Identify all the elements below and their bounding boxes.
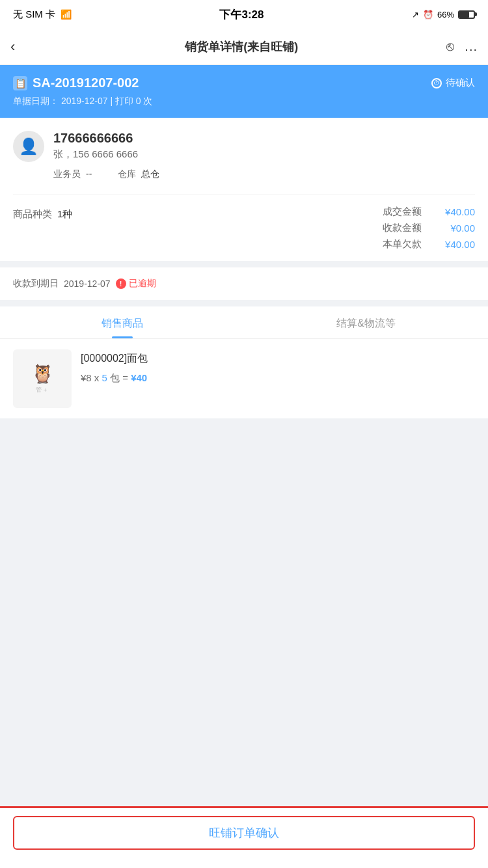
product-price: ¥8 x 5 包 = ¥40	[81, 372, 475, 385]
product-quantity: 5	[102, 372, 107, 383]
price-multiply: x	[94, 372, 102, 383]
transaction-value: ¥40.00	[429, 206, 475, 217]
due-date-card: 收款到期日 2019-12-07 ! 已逾期	[0, 267, 488, 300]
tab-goods[interactable]: 销售商品	[0, 306, 244, 338]
summary-row-owed: 本单欠款 ¥40.00	[383, 238, 475, 251]
table-row: 🦉 管＋ [0000002]面包 ¥8 x 5 包 = ¥40	[0, 339, 488, 418]
product-info: [0000002]面包 ¥8 x 5 包 = ¥40	[81, 349, 475, 385]
sales-value: --	[86, 169, 92, 180]
transaction-label: 成交金额	[383, 206, 422, 218]
confirm-order-button[interactable]: 旺铺订单确认	[13, 816, 475, 850]
status-bar: 无 SIM 卡 📶 下午3:28 ↗ ⏰ 66%	[0, 0, 488, 29]
product-thumbnail: 🦉 管＋	[13, 349, 72, 408]
customer-card: 👤 17666666666 张，156 6666 6666 业务员 -- 仓库 …	[0, 118, 488, 261]
battery-fill	[459, 12, 469, 18]
due-date-label: 收款到期日	[13, 278, 59, 290]
customer-section: 👤 17666666666 张，156 6666 6666 业务员 -- 仓库 …	[0, 118, 488, 193]
overdue-badge: ! 已逾期	[116, 278, 156, 290]
summary-right: 成交金额 ¥40.00 收款金额 ¥0.00 本单欠款 ¥40.00	[383, 206, 475, 251]
type-label: 商品种类	[13, 208, 52, 221]
unit-text: 包	[110, 372, 120, 383]
more-button[interactable]: ...	[465, 39, 478, 54]
tab-container: 销售商品 结算&物流等 🦉 管＋ [0000002]面包 ¥8 x 5 包	[0, 306, 488, 418]
equals-sign: =	[122, 372, 131, 383]
sales-label: 业务员	[53, 169, 81, 180]
page-title: 销货单详情(来自旺铺)	[36, 39, 446, 55]
customer-name: 张，156 6666 6666	[53, 148, 475, 161]
order-header: 📋 SA-20191207-002 ⏱ 待确认 单据日期： 2019-12-07…	[0, 65, 488, 118]
status-left: 无 SIM 卡 📶	[13, 8, 72, 21]
overdue-icon: !	[116, 278, 126, 289]
customer-info: 17666666666 张，156 6666 6666 业务员 -- 仓库 总仓	[53, 131, 475, 180]
order-number-icon: 📋	[13, 76, 27, 90]
due-date-value: 2019-12-07	[64, 278, 111, 289]
bottom-spacer	[0, 425, 488, 529]
order-number: 📋 SA-20191207-002	[13, 75, 139, 90]
warehouse-meta: 仓库 总仓	[118, 169, 159, 180]
price-value: ¥8	[81, 372, 92, 383]
nav-actions: ⎋ ...	[446, 39, 478, 54]
warehouse-label: 仓库	[118, 169, 136, 180]
order-header-top: 📋 SA-20191207-002 ⏱ 待确认	[13, 75, 475, 90]
status-clock-icon: ⏱	[431, 78, 442, 88]
status-text: 待确认	[446, 77, 475, 89]
wifi-icon: 📶	[61, 9, 72, 20]
status-right: ↗ ⏰ 66%	[412, 10, 475, 20]
avatar: 👤	[13, 131, 44, 162]
customer-meta: 业务员 -- 仓库 总仓	[53, 169, 475, 180]
avatar-icon: 👤	[19, 137, 38, 156]
owed-label: 本单欠款	[383, 238, 422, 251]
carrier-text: 无 SIM 卡	[13, 8, 55, 21]
product-name: [0000002]面包	[81, 352, 475, 366]
received-label: 收款金额	[383, 222, 422, 234]
share-button[interactable]: ⎋	[446, 39, 454, 54]
product-total: ¥40	[131, 372, 147, 383]
order-status: ⏱ 待确认	[431, 77, 475, 89]
overdue-text: 已逾期	[129, 278, 156, 290]
battery-icon	[458, 10, 475, 19]
summary-row-received: 收款金额 ¥0.00	[383, 222, 475, 234]
brand-text: 管＋	[36, 386, 49, 394]
tab-section: 销售商品 结算&物流等	[0, 306, 488, 339]
type-value: 1种	[57, 208, 72, 221]
warehouse-value: 总仓	[141, 169, 159, 180]
summary-section: 商品种类 1种 成交金额 ¥40.00 收款金额 ¥0.00 本单欠款 ¥40.…	[0, 195, 488, 261]
owl-icon: 🦉	[31, 363, 54, 385]
alarm-icon: ⏰	[423, 10, 433, 20]
product-thumb-inner: 🦉 管＋	[31, 363, 54, 394]
received-value: ¥0.00	[429, 223, 475, 234]
due-date-section: 收款到期日 2019-12-07 ! 已逾期	[0, 267, 488, 300]
tab-settlement[interactable]: 结算&物流等	[244, 306, 488, 338]
customer-phone: 17666666666	[53, 131, 475, 146]
summary-row-transaction: 成交金额 ¥40.00	[383, 206, 475, 218]
location-icon: ↗	[412, 10, 419, 20]
owed-value: ¥40.00	[429, 239, 475, 250]
back-button[interactable]: ‹	[10, 38, 36, 55]
order-date: 单据日期： 2019-12-07 | 打印 0 次	[13, 96, 475, 107]
summary-left: 商品种类 1种	[13, 206, 72, 221]
product-list: 🦉 管＋ [0000002]面包 ¥8 x 5 包 = ¥40	[0, 339, 488, 418]
sales-meta: 业务员 --	[53, 169, 92, 180]
battery-percent: 66%	[437, 10, 454, 20]
bottom-action-bar: 旺铺订单确认	[0, 806, 488, 868]
time-display: 下午3:28	[219, 7, 264, 22]
nav-bar: ‹ 销货单详情(来自旺铺) ⎋ ...	[0, 29, 488, 65]
